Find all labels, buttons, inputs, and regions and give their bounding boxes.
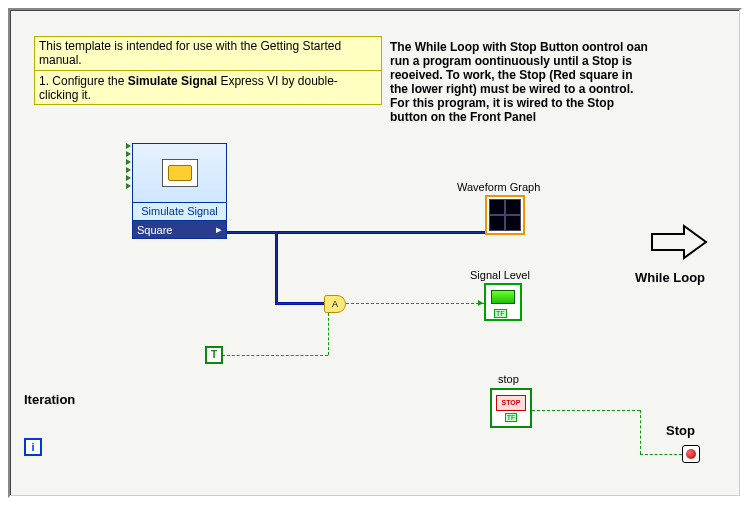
wire-true-h xyxy=(222,355,328,356)
note-step-bold: Simulate Signal xyxy=(128,74,217,88)
block-diagram-canvas: This template is intended for use with t… xyxy=(0,0,750,506)
while-loop-label: While Loop xyxy=(635,270,705,285)
graph-icon xyxy=(489,199,521,231)
stop-button-icon: STOP xyxy=(496,395,526,411)
stop-control-tf: TF xyxy=(505,413,518,422)
wire-stop-h2 xyxy=(640,454,682,455)
stop-terminal-label: Stop xyxy=(666,423,695,438)
wire-true-drop xyxy=(328,313,329,355)
simulate-signal-vi[interactable]: Simulate Signal Square ▸ xyxy=(132,143,227,239)
divider xyxy=(35,70,381,71)
loop-stop-terminal[interactable] xyxy=(682,445,700,463)
simulate-signal-output-row[interactable]: Square ▸ xyxy=(132,221,227,239)
wire-abs-to-level xyxy=(346,303,484,304)
signal-level-label: Signal Level xyxy=(470,269,530,281)
iteration-terminal[interactable]: i xyxy=(24,438,42,456)
signal-type-label: Square xyxy=(137,224,172,236)
arrow-tip-icon xyxy=(478,300,483,306)
note-line-1: This template is intended for use with t… xyxy=(39,39,341,67)
wire-branch-down xyxy=(275,231,278,304)
wire-signal-to-graph xyxy=(227,231,485,234)
signal-icon xyxy=(162,159,198,187)
simulate-signal-icon-area xyxy=(132,143,227,203)
instruction-note: This template is intended for use with t… xyxy=(34,36,382,105)
true-constant[interactable]: T xyxy=(205,346,223,364)
while-loop-explanation: The While Loop with Stop Button oontrol … xyxy=(390,40,650,124)
note-step-num: 1. xyxy=(39,74,49,88)
waveform-graph-label: Waveform Graph xyxy=(457,181,540,193)
wire-stop-h xyxy=(532,410,640,411)
stop-control-label: stop xyxy=(498,373,519,385)
abs-value-node[interactable]: A xyxy=(324,295,346,313)
wire-to-abs xyxy=(275,302,325,305)
wire-stop-v xyxy=(640,410,641,454)
svg-marker-0 xyxy=(652,226,706,258)
signal-level-tf: TF xyxy=(494,309,507,318)
note-step-pre: Configure the xyxy=(49,74,128,88)
while-loop-arrow xyxy=(650,222,710,266)
simulate-signal-input-terminals xyxy=(126,143,131,189)
iteration-label: Iteration xyxy=(24,392,75,407)
chevron-right-icon: ▸ xyxy=(216,223,222,236)
simulate-signal-title: Simulate Signal xyxy=(132,203,227,221)
waveform-graph-indicator[interactable] xyxy=(485,195,525,235)
arrow-right-icon xyxy=(650,222,710,262)
led-icon xyxy=(491,290,515,304)
signal-level-indicator[interactable]: TF xyxy=(484,283,522,321)
stop-control[interactable]: STOP TF xyxy=(490,388,532,428)
